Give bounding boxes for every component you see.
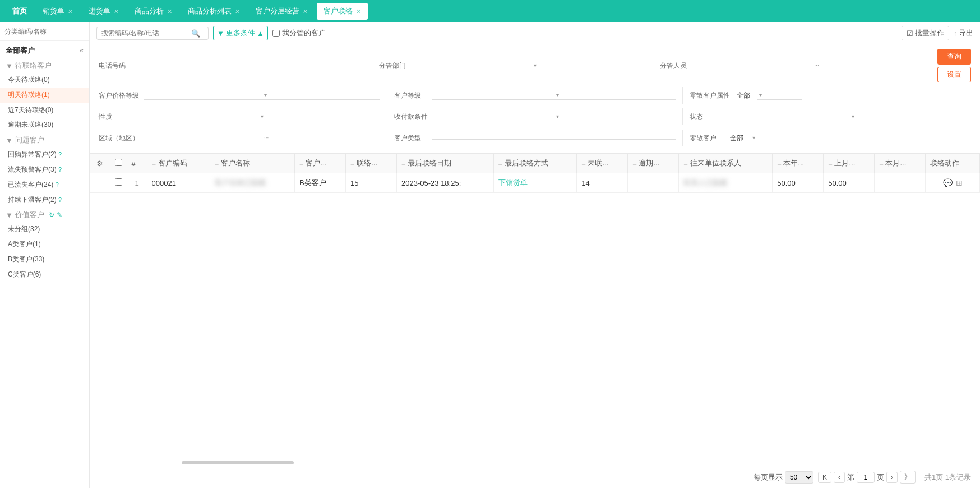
price-level-label: 客户价格等级 [99, 91, 139, 100]
prev-page-button[interactable]: ‹ [834, 472, 845, 483]
sidebar-item-churn-warn[interactable]: 流失预警客户(3) ? [0, 162, 89, 177]
more-conditions-button[interactable]: ▼ 更多条件 ▲ [213, 26, 268, 40]
nav-home[interactable]: 首页 [6, 3, 34, 20]
customer-level-arrow-icon: ▾ [554, 91, 676, 99]
batch-op-button[interactable]: ☑ 批量操作 [902, 26, 949, 40]
th-last-contact-date[interactable]: ≡ 最后联络日期 [397, 154, 494, 173]
sidebar-item-today[interactable]: 今天待联络(0) [0, 72, 89, 88]
price-level-select[interactable]: ▾ [144, 91, 380, 100]
query-button[interactable]: 查询 [937, 49, 971, 65]
td-name[interactable]: 客户名称已隐藏 [210, 173, 294, 193]
filter-row-3: 性质 ▾ 收付款条件 ▾ 状态 [99, 108, 971, 125]
all-customers-header[interactable]: 全部客户 « [0, 41, 89, 58]
th-last-contact-way[interactable]: ≡ 最后联络方式 [493, 154, 577, 173]
set-button[interactable]: 设置 [937, 67, 971, 82]
export-button[interactable]: ↑ 导出 [954, 28, 974, 38]
th-customer-type[interactable]: ≡ 客户... [294, 154, 345, 173]
page-size-select-wrap: 每页显示 50 100 200 [754, 471, 813, 484]
td-contact: 15 [345, 173, 396, 193]
nav-product-analysis-list[interactable]: 商品分析列表 ✕ [181, 3, 247, 20]
th-name[interactable]: ≡ 客户名称 [210, 154, 294, 173]
filter-search-input[interactable] [101, 29, 191, 37]
th-last-month[interactable]: ≡ 上月... [824, 154, 875, 173]
nav-customer-contact-close[interactable]: ✕ [356, 8, 361, 15]
select-all-checkbox[interactable] [115, 159, 122, 166]
region-select[interactable]: ··· [144, 133, 380, 142]
my-customers-checkbox-wrap[interactable]: 我分管的客户 [272, 28, 326, 38]
qr-icon[interactable]: ⊞ [956, 178, 963, 187]
sidebar-group-value[interactable]: ▼ 价值客户 ↻ ✎ [0, 207, 89, 222]
nav-customer-tier[interactable]: 客户分层经营 ✕ [249, 3, 315, 20]
filter-search-icon[interactable]: 🔍 [191, 29, 200, 38]
th-code[interactable]: ≡ 客户编码 [147, 154, 210, 173]
nature-arrow-icon: ▾ [258, 112, 380, 121]
nav-purchase-close[interactable]: ✕ [114, 8, 119, 15]
sidebar-item-tomorrow[interactable]: 明天待联络(1) [0, 88, 89, 103]
page-number-input[interactable] [857, 472, 875, 483]
refresh-icon[interactable]: ↻ [49, 211, 54, 219]
td-last-contact-way[interactable]: 下销货单 [493, 173, 577, 193]
last-contact-way-link[interactable]: 下销货单 [498, 178, 528, 187]
filter-row-4: 区域（地区） ··· 客户类型 零散客户 全部 [99, 130, 971, 146]
th-this-year[interactable]: ≡ 本年... [773, 154, 824, 173]
customer-type-select[interactable] [432, 137, 676, 140]
dept-select[interactable]: ▾ [417, 61, 645, 70]
th-unit-contact[interactable]: ≡ 往来单位联系人 [679, 154, 773, 173]
collapse-icon[interactable]: « [80, 47, 84, 54]
phone-input[interactable] [137, 61, 365, 71]
nav-purchase[interactable]: 进货单 ✕ [82, 3, 126, 20]
content-area: 🔍 ▼ 更多条件 ▲ 我分管的客户 ☑ 批量操作 ↑ 导出 [90, 22, 980, 488]
th-overdue[interactable]: ≡ 逾期... [628, 154, 679, 173]
my-customers-checkbox[interactable] [272, 30, 280, 37]
nav-sales[interactable]: 销货单 ✕ [36, 3, 80, 20]
divider-2 [653, 57, 653, 74]
nav-product-analysis[interactable]: 商品分析 ✕ [128, 3, 179, 20]
sidebar-item-7days[interactable]: 近7天待联络(0) [0, 103, 89, 118]
customer-level-select[interactable]: ▾ [432, 91, 676, 100]
sidebar-item-class-b[interactable]: B类客户(33) [0, 252, 89, 267]
th-contact[interactable]: ≡ 联络... [345, 154, 396, 173]
th-not-contact[interactable]: ≡ 未联... [577, 154, 628, 173]
status-select[interactable]: ▾ [728, 112, 971, 121]
sidebar-group-pending[interactable]: ▼ 待联络客户 [0, 58, 89, 72]
nav-product-analysis-close[interactable]: ✕ [167, 8, 172, 15]
retail-arrow-icon: ▾ [750, 133, 795, 142]
sidebar-item-churned[interactable]: 已流失客户(24) ? [0, 177, 89, 192]
retail-attr-select[interactable]: ▾ [757, 91, 802, 100]
first-page-button[interactable]: K [818, 472, 831, 483]
manager-select[interactable]: ··· [698, 61, 926, 70]
td-code[interactable]: 000021 [147, 173, 210, 193]
chat-icon[interactable]: 💬 [943, 178, 953, 187]
sidebar-search-input[interactable] [4, 27, 89, 35]
sidebar-item-class-a[interactable]: A类客户(1) [0, 237, 89, 252]
edit-icon[interactable]: ✎ [57, 211, 62, 219]
row-checkbox[interactable] [115, 178, 122, 186]
sidebar-group-problem[interactable]: ▼ 问题客户 [0, 132, 89, 147]
filter-field-manager: 分管人员 ··· [660, 61, 926, 71]
td-not-contact: 14 [577, 173, 628, 193]
th-this-month[interactable]: ≡ 本月... [875, 154, 926, 173]
nav-sales-close[interactable]: ✕ [68, 8, 73, 15]
sidebar-item-class-c[interactable]: C类客户(6) [0, 267, 89, 282]
sidebar-item-overdue[interactable]: 逾期未联络(30) [0, 117, 89, 132]
next-page-button[interactable]: › [886, 472, 898, 483]
retail-attr-label: 零散客户属性 [690, 91, 730, 100]
payment-select[interactable]: ▾ [432, 112, 676, 121]
filter-bar: 🔍 ▼ 更多条件 ▲ 我分管的客户 ☑ 批量操作 ↑ 导出 [90, 22, 980, 44]
sidebar-item-abnormal[interactable]: 回购异常客户(2) ? [0, 147, 89, 162]
horizontal-scrollbar[interactable] [90, 459, 980, 466]
retail-value: 全部 [730, 133, 743, 143]
last-page-button[interactable]: 》 [900, 471, 916, 484]
td-last-contact-date: 2023-05-23 18:25: [397, 173, 494, 193]
nav-product-analysis-list-close[interactable]: ✕ [235, 8, 240, 15]
nav-customer-contact[interactable]: 客户联络 ✕ [317, 3, 368, 20]
retail-select[interactable]: ▾ [750, 133, 795, 142]
nav-customer-tier-close[interactable]: ✕ [303, 8, 308, 15]
sidebar-item-declining[interactable]: 持续下滑客户(2) ? [0, 192, 89, 208]
sidebar-item-ungrouped[interactable]: 未分组(32) [0, 222, 89, 237]
divider-5 [387, 108, 387, 125]
th-gear[interactable]: ⚙ [90, 154, 110, 173]
nature-select[interactable]: ▾ [137, 112, 380, 121]
page-size-select[interactable]: 50 100 200 [785, 471, 813, 484]
scrollbar-thumb[interactable] [182, 461, 294, 464]
